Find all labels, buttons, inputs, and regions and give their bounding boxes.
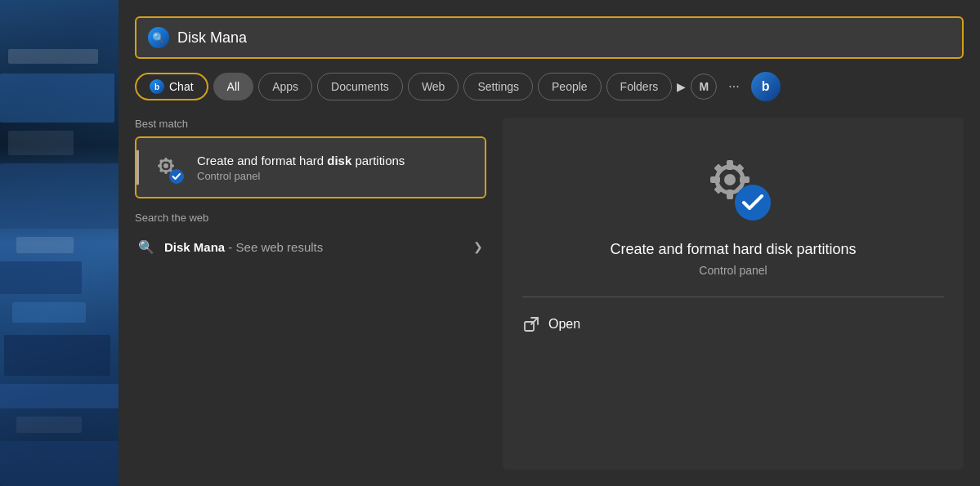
tab-documents-label: Documents	[331, 80, 389, 93]
web-search-title: Search the web	[135, 212, 486, 224]
tab-m-button[interactable]: M	[691, 74, 717, 100]
bing-circle-button[interactable]: b	[751, 72, 781, 101]
item-title: Create and format hard disk partitions	[197, 153, 472, 169]
svg-rect-16	[740, 176, 750, 183]
tab-folders[interactable]: Folders	[606, 73, 673, 100]
content-area: Best match	[135, 118, 964, 470]
svg-rect-15	[710, 176, 720, 183]
item-subtitle: Control panel	[197, 170, 472, 182]
filter-tabs-bar: b Chat All Apps Documents Web Settings P…	[135, 72, 964, 101]
tab-people-label: People	[552, 80, 588, 93]
tab-ellipsis-button[interactable]: ···	[722, 79, 745, 94]
search-query-display: Disk Mana	[177, 29, 951, 47]
web-search-icon: 🔍	[138, 239, 154, 255]
web-search-suffix: - See web results	[225, 240, 323, 254]
chat-bing-icon: b	[150, 79, 164, 94]
search-bar[interactable]: 🔍 Disk Mana	[135, 16, 964, 59]
web-search-text: Disk Mana - See web results	[164, 240, 463, 254]
tab-all-label: All	[227, 80, 240, 93]
svg-point-21	[735, 185, 771, 221]
app-icon-container	[150, 149, 186, 185]
detail-title: Create and format hard disk partitions	[610, 240, 856, 259]
detail-icon-area	[692, 142, 774, 224]
svg-rect-13	[727, 160, 733, 170]
tab-apps-label: Apps	[272, 80, 298, 93]
tab-chat[interactable]: b Chat	[135, 73, 208, 100]
results-panel: Best match	[135, 118, 486, 470]
tab-documents[interactable]: Documents	[317, 73, 403, 100]
tabs-more-arrow[interactable]: ▶	[677, 80, 686, 93]
web-search-item[interactable]: 🔍 Disk Mana - See web results ❯	[135, 230, 486, 263]
tab-chat-label: Chat	[169, 80, 194, 93]
svg-rect-2	[165, 158, 168, 162]
search-bar-container: 🔍 Disk Mana	[135, 16, 964, 59]
svg-rect-8	[159, 168, 163, 172]
open-label: Open	[548, 317, 580, 332]
detail-disk-mgmt-icon	[692, 142, 774, 224]
tab-settings[interactable]: Settings	[463, 73, 533, 100]
svg-rect-19	[714, 185, 723, 194]
left-sidebar-blur	[0, 0, 119, 486]
search-panel: 🔍 Disk Mana b Chat All Apps Documents We…	[119, 0, 980, 486]
svg-rect-7	[168, 159, 172, 163]
disk-mgmt-icon	[150, 149, 186, 185]
item-title-bold: disk	[327, 154, 351, 167]
detail-subtitle: Control panel	[699, 264, 767, 277]
svg-rect-5	[170, 165, 174, 167]
best-match-title: Best match	[135, 118, 486, 130]
best-match-item[interactable]: Create and format hard disk partitions C…	[135, 136, 486, 198]
web-search-section: Search the web 🔍 Disk Mana - See web res…	[135, 212, 486, 263]
best-match-section: Best match	[135, 118, 486, 198]
tab-apps[interactable]: Apps	[258, 73, 312, 100]
tab-settings-label: Settings	[477, 80, 519, 93]
item-info: Create and format hard disk partitions C…	[197, 153, 472, 183]
svg-point-1	[163, 163, 168, 168]
open-button[interactable]: Open	[522, 310, 580, 338]
detail-panel: Create and format hard disk partitions C…	[503, 118, 964, 470]
item-title-prefix: Create and format hard	[197, 154, 327, 167]
tab-web-label: Web	[422, 80, 445, 93]
detail-divider	[522, 297, 944, 297]
svg-rect-14	[727, 189, 733, 199]
tab-all[interactable]: All	[213, 73, 254, 100]
item-title-suffix: partitions	[351, 154, 405, 167]
tab-folders-label: Folders	[620, 80, 659, 93]
svg-rect-18	[735, 163, 744, 172]
search-bing-icon: 🔍	[148, 27, 169, 48]
svg-point-12	[724, 174, 736, 185]
open-external-icon	[522, 315, 540, 333]
svg-rect-3	[165, 170, 168, 174]
tab-web[interactable]: Web	[408, 73, 459, 100]
svg-rect-4	[158, 165, 162, 167]
web-search-chevron-icon: ❯	[473, 240, 483, 253]
tab-people[interactable]: People	[538, 73, 602, 100]
svg-rect-6	[159, 159, 163, 163]
web-search-query: Disk Mana	[164, 240, 225, 254]
